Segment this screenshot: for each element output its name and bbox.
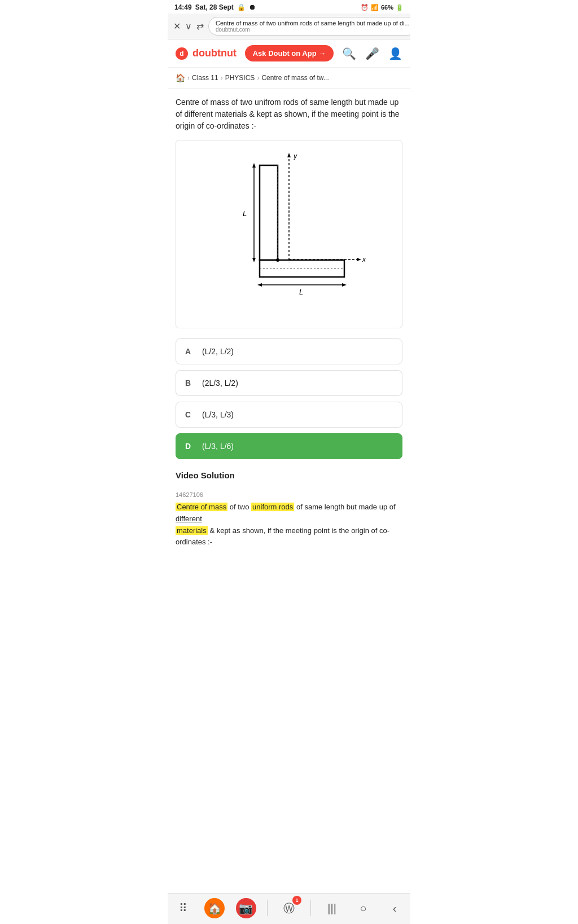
video-solution-section: Video Solution	[176, 470, 402, 491]
svg-text:y: y	[293, 152, 297, 160]
url-domain: doubtnut.com	[216, 27, 410, 33]
url-title: Centre of mass of two unifrom rods of sa…	[216, 20, 410, 27]
date: Sat, 28 Sept	[195, 3, 234, 11]
sync-icon: ⏺	[249, 3, 256, 11]
signal-icon: 📶	[371, 4, 379, 11]
ask-doubt-button[interactable]: Ask Doubt on App →	[245, 45, 334, 61]
svg-marker-1	[287, 153, 291, 157]
battery-icon: 🔋	[396, 4, 404, 11]
svg-point-18	[276, 258, 279, 262]
question-id: 14627106	[176, 491, 402, 498]
option-a[interactable]: A (L/2, L/2)	[176, 338, 402, 364]
question-text: Centre of mass of two unifrom rods of sa…	[176, 96, 402, 132]
profile-icon[interactable]: 👤	[388, 47, 402, 60]
option-b[interactable]: B (2L/3, L/2)	[176, 370, 402, 396]
highlighted-text: Centre of mass of two uniform rods of sa…	[176, 501, 402, 560]
option-a-text: (L/2, L/2)	[202, 347, 234, 356]
lock-icon: 🔒	[237, 3, 246, 11]
option-b-label: B	[185, 379, 195, 388]
option-c[interactable]: C (L/3, L/3)	[176, 402, 402, 428]
option-c-text: (L/3, L/3)	[202, 410, 234, 419]
breadcrumb: 🏠 › Class 11 › PHYSICS › Centre of mass …	[168, 68, 410, 89]
breadcrumb-subject[interactable]: PHYSICS	[225, 74, 255, 82]
text-different: different	[176, 514, 202, 523]
option-c-label: C	[185, 410, 195, 419]
breadcrumb-topic[interactable]: Centre of mass of tw...	[261, 74, 329, 82]
svg-text:L: L	[243, 209, 247, 218]
text-part-4: of same length but made up of	[296, 503, 396, 511]
svg-marker-13	[257, 283, 262, 287]
option-a-label: A	[185, 347, 195, 356]
highlight-1: Centre of mass	[176, 503, 227, 511]
logo-text: doubtnut	[192, 47, 237, 59]
mic-icon[interactable]: 🎤	[365, 47, 379, 60]
svg-marker-14	[342, 283, 347, 287]
option-d[interactable]: D (L/3, L/6)	[176, 433, 402, 459]
svg-marker-8	[252, 163, 256, 168]
alarm-icon: ⏰	[361, 4, 369, 11]
status-bar: 14:49 Sat, 28 Sept 🔒 ⏺ ⏰ 📶 66% 🔋	[168, 0, 410, 14]
svg-text:L: L	[299, 288, 303, 296]
logo-icon: d	[176, 47, 188, 60]
svg-marker-9	[252, 258, 256, 262]
option-b-text: (2L/3, L/2)	[202, 379, 238, 388]
home-icon[interactable]: 🏠	[176, 73, 185, 82]
browser-back[interactable]: ∨	[185, 21, 192, 32]
highlight-3: materials	[176, 526, 208, 535]
text-part-7: & kept as shown, if the meeting point is…	[176, 526, 389, 547]
svg-text:x: x	[362, 256, 366, 263]
text-part-2: of two	[230, 503, 251, 511]
diagram-container: y x L L	[176, 140, 402, 328]
browser-url-bar[interactable]: Centre of mass of two unifrom rods of sa…	[208, 17, 410, 36]
breadcrumb-class[interactable]: Class 11	[192, 74, 218, 82]
main-content: Centre of mass of two unifrom rods of sa…	[168, 89, 410, 560]
highlight-2: uniform rods	[251, 503, 294, 511]
video-solution-title: Video Solution	[176, 470, 402, 480]
options-list: A (L/2, L/2) B (2L/3, L/2) C (L/3, L/3) …	[176, 338, 402, 459]
browser-tab[interactable]: ⇄	[196, 21, 204, 32]
svg-rect-6	[260, 165, 278, 260]
option-d-label: D	[185, 442, 195, 451]
option-d-text: (L/3, L/6)	[202, 442, 234, 451]
search-icon[interactable]: 🔍	[342, 47, 356, 60]
browser-bar: ✕ ∨ ⇄ Centre of mass of two unifrom rods…	[168, 14, 410, 39]
app-header: d doubtnut Ask Doubt on App → 🔍 🎤 👤	[168, 39, 410, 68]
svg-marker-4	[357, 258, 361, 261]
logo-area: d doubtnut	[176, 47, 237, 60]
battery: 66%	[381, 4, 393, 11]
diagram-svg: y x L L	[210, 149, 368, 319]
browser-close[interactable]: ✕	[173, 21, 181, 32]
time: 14:49	[174, 3, 192, 11]
